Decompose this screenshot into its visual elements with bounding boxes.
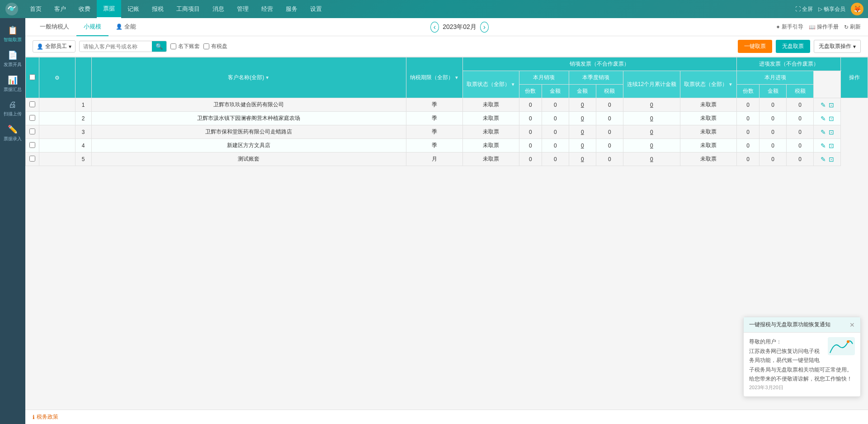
smart-ticket-icon: 📋 (8, 25, 18, 35)
nav-accounting[interactable]: 记账 (121, 0, 146, 18)
row-period: 季 (406, 125, 462, 139)
nav-invoice[interactable]: 票据 (97, 0, 121, 18)
col-input-month-amount: 金额 (760, 85, 787, 98)
manual-icon: 📖 (809, 24, 816, 30)
nav-service[interactable]: 服务 (279, 0, 304, 18)
nav-fee[interactable]: 收费 (72, 0, 97, 18)
view-icon[interactable]: ⊡ (829, 115, 834, 122)
sales-status-filter-icon[interactable]: ▼ (511, 82, 515, 87)
row-checkbox[interactable] (29, 115, 35, 121)
row-input-status: 未取票 (680, 112, 737, 125)
refresh-link[interactable]: ↻ 刷新 (844, 23, 861, 31)
more-arrow-icon: ▾ (853, 43, 856, 50)
row-checkbox[interactable] (29, 142, 35, 148)
nav-home[interactable]: 首页 (24, 0, 48, 18)
col-input-month-count: 份数 (737, 85, 760, 98)
row-customer: 新建区方方文具店 (91, 139, 406, 152)
row-input-status: 未取票 (680, 152, 737, 166)
has-disk-checkbox[interactable] (203, 43, 209, 49)
view-icon[interactable]: ⊡ (829, 101, 834, 109)
app-logo[interactable] (5, 2, 19, 16)
row-period: 季 (406, 112, 462, 125)
notification-close-btn[interactable]: ✕ (849, 321, 855, 329)
search-input[interactable] (80, 42, 152, 52)
sidebar-item-smart-ticket[interactable]: 📋 智能取票 (0, 22, 25, 47)
info-icon: ℹ (33, 414, 35, 420)
nav-message[interactable]: 消息 (206, 0, 231, 18)
edit-icon[interactable]: ✎ (821, 115, 826, 122)
row-sales-quarter-amount: 0 (569, 152, 596, 166)
nav-settings[interactable]: 设置 (304, 0, 328, 18)
col-sales-quarter-tax: 税额 (596, 85, 623, 98)
row-input-month-count: 0 (737, 139, 760, 152)
guide-link[interactable]: ✦ 新手引导 (776, 23, 803, 31)
view-icon[interactable]: ⊡ (829, 156, 834, 163)
select-all-checkbox[interactable] (29, 74, 35, 80)
my-accounts-checkbox-label[interactable]: 名下账套 (170, 43, 200, 50)
prev-period-btn[interactable]: ‹ (430, 22, 439, 33)
sidebar-item-scan-upload[interactable]: 🖨 扫描上传 (0, 96, 25, 121)
row-sales-quarter-amount: 0 (569, 125, 596, 139)
sidebar-item-ticket-summary[interactable]: 📊 票据汇总 (0, 71, 25, 96)
row-sales-month-count: 0 (519, 98, 542, 112)
period-filter-icon[interactable]: ▼ (454, 75, 459, 80)
row-sales-12month: 0 (623, 98, 680, 112)
row-num: 5 (75, 152, 91, 166)
row-input-month-tax: 0 (787, 125, 814, 139)
nav-business[interactable]: 工商项目 (170, 0, 206, 18)
view-icon[interactable]: ⊡ (829, 129, 834, 136)
row-checkbox[interactable] (29, 129, 35, 134)
sidebar-item-ticket-entry[interactable]: ✏️ 票据录入 (0, 121, 25, 146)
edit-icon[interactable]: ✎ (821, 101, 826, 109)
row-action-cell: ✎ ⊡ (814, 152, 841, 166)
nav-operation[interactable]: 经营 (255, 0, 279, 18)
employee-selector[interactable]: 👤 全部员工 ▾ (33, 40, 75, 52)
notification-image (828, 337, 855, 355)
settings-icon[interactable]: ⚙ (55, 75, 60, 81)
nav-manage[interactable]: 管理 (231, 0, 255, 18)
sidebar-item-invoice-open[interactable]: 📄 发票开具 (0, 47, 25, 71)
row-num: 2 (75, 112, 91, 125)
next-period-btn[interactable]: › (480, 22, 489, 33)
row-customer: 卫辉市玖玖健合医药有限公司 (91, 98, 406, 112)
manual-link[interactable]: 📖 操作手册 (809, 23, 839, 31)
tab-small-scale[interactable]: 小规模 (76, 18, 108, 36)
fullscreen-btn[interactable]: ⛶ 全屏 (795, 5, 813, 13)
search-button[interactable]: 🔍 (152, 41, 166, 52)
my-accounts-checkbox[interactable] (170, 43, 176, 49)
row-checkbox[interactable] (29, 156, 35, 162)
row-sales-status: 未取票 (462, 139, 519, 152)
customer-filter-icon[interactable]: ▼ (265, 75, 269, 80)
row-input-month-count: 0 (737, 98, 760, 112)
row-sales-status: 未取票 (462, 152, 519, 166)
row-period: 季 (406, 98, 462, 112)
row-input-month-amount: 0 (760, 152, 787, 166)
edit-icon[interactable]: ✎ (821, 142, 826, 149)
col-month-sales-header: 本月销项 (519, 71, 569, 85)
row-checkbox-cell (26, 139, 39, 152)
tab-all-ability[interactable]: 👤 全能 (108, 18, 143, 36)
diskless-ticket-btn[interactable]: 无盘取票 (776, 40, 810, 53)
tab-general-taxpayer[interactable]: 一般纳税人 (33, 18, 76, 36)
one-click-ticket-btn[interactable]: 一键取票 (738, 40, 772, 53)
row-sales-month-count: 0 (519, 152, 542, 166)
col-input-month-tax: 税额 (787, 85, 814, 98)
member-btn[interactable]: ▷ 畅享会员 (818, 5, 845, 13)
tax-policy-link[interactable]: ℹ 税务政策 (33, 413, 58, 421)
more-diskless-btn[interactable]: 无盘取票操作 ▾ (814, 40, 861, 53)
row-sales-quarter-tax: 0 (596, 112, 623, 125)
nav-tax[interactable]: 报税 (146, 0, 170, 18)
row-num: 3 (75, 125, 91, 139)
row-input-month-tax: 0 (787, 98, 814, 112)
avatar[interactable]: 🦊 (851, 3, 863, 15)
dropdown-arrow-icon: ▾ (69, 43, 71, 50)
edit-icon[interactable]: ✎ (821, 129, 826, 136)
view-icon[interactable]: ⊡ (829, 142, 834, 149)
row-sales-12month: 0 (623, 139, 680, 152)
input-status-filter-icon[interactable]: ▼ (728, 82, 733, 87)
row-checkbox[interactable] (29, 101, 35, 107)
edit-icon[interactable]: ✎ (821, 156, 826, 163)
nav-customer[interactable]: 客户 (48, 0, 72, 18)
has-disk-checkbox-label[interactable]: 有税盘 (203, 43, 227, 50)
svg-point-3 (847, 340, 849, 343)
